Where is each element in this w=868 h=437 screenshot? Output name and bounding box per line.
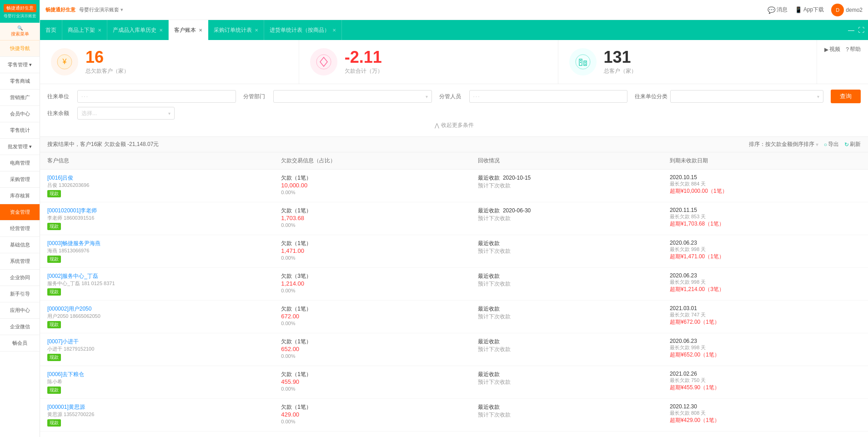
sidebar-item-retail-stats[interactable]: 零售统计 [0, 122, 40, 139]
sidebar-item-enterprise-coop[interactable]: 企业协同 [0, 270, 40, 286]
user-section[interactable]: D demo2 [831, 4, 863, 16]
close-icon[interactable]: ✕ [98, 28, 101, 33]
help-btn[interactable]: ? 帮助 [846, 45, 861, 53]
video-btn[interactable]: ▶ 视频 [824, 45, 840, 53]
customer-name-link[interactable]: [0001020001]李老师 [47, 207, 266, 215]
customer-table: 客户信息 欠款交易信息（占比） 回收情况 到期未收款日期 [0016]吕俊 吕俊… [40, 152, 868, 432]
overdue-over[interactable]: 超期¥455.90（1笔） [670, 384, 861, 392]
tab-label: 客户账本 [174, 26, 196, 34]
customer-cell: [000002]用户2050 用户2050 18665062050 现款 [40, 301, 274, 333]
customer-name-link[interactable]: [0002]服务中心_丁磊 [47, 272, 266, 280]
sidebar-search[interactable]: 🔍 搜索菜单 [0, 23, 40, 40]
close-icon[interactable]: ✕ [332, 28, 336, 33]
overdue-over[interactable]: 超期¥429.00（1笔） [670, 417, 861, 424]
next-label: 预计下次收款 [478, 280, 655, 288]
filter-area: 往来单位 ··· 分管部门 ▾ [40, 84, 868, 137]
sidebar-item-label: 企业微信 [2, 323, 38, 330]
overdue-over[interactable]: 超期¥652.00（1笔） [670, 351, 861, 359]
sidebar-item-new-guide[interactable]: 新手引导 [0, 286, 40, 302]
max-overdue-days: 最长欠款 998 天 [670, 344, 861, 351]
overdue-over[interactable]: 超期¥672.00（1笔） [670, 318, 861, 326]
sidebar-item-retail-mgmt[interactable]: 零售管理 ▾ [0, 57, 40, 73]
overdue-over[interactable]: 超期¥10,000.00（1笔） [670, 187, 861, 195]
sidebar-item-ecommerce[interactable]: 电商管理 [0, 155, 40, 171]
overdue-over[interactable]: 超期¥1,471.00（1笔） [670, 253, 861, 261]
sidebar-item-retail-mall[interactable]: 零售商城 [0, 73, 40, 90]
close-icon[interactable]: ✕ [255, 28, 258, 33]
tab-more-btn[interactable]: — [848, 26, 854, 34]
vendor-input[interactable]: ··· [77, 90, 236, 103]
search-button[interactable]: 查询 [831, 90, 861, 103]
sidebar-item-label: 营销推广 [2, 94, 38, 101]
help-icon: ? [846, 46, 849, 53]
table-container: 客户信息 欠款交易信息（占比） 回收情况 到期未收款日期 [0016]吕俊 吕俊… [40, 152, 868, 437]
sort-arrow-icon: ▾ [816, 141, 818, 148]
message-btn[interactable]: 💬 消息 [768, 6, 788, 14]
sidebar-item-basic-info[interactable]: 基础信息 [0, 237, 40, 253]
sidebar-item-app-center[interactable]: 应用中心 [0, 302, 40, 319]
close-icon[interactable]: ✕ [159, 28, 163, 33]
tab-purchase-stat[interactable]: 进货单统计表（按商品） ✕ [264, 20, 342, 40]
close-icon[interactable]: ✕ [199, 28, 202, 33]
sidebar-item-inventory[interactable]: 库存核算 [0, 188, 40, 204]
svg-rect-7 [580, 60, 581, 61]
overdue-over[interactable]: 超期¥1,703.68（1笔） [670, 220, 861, 228]
filter-person: 分管人员 ··· [439, 90, 628, 103]
recent-date: 2020-06-30 [503, 207, 531, 214]
customer-name-link[interactable]: [0006]去下粮仓 [47, 371, 266, 378]
customer-name-link[interactable]: [000002]用户2050 [47, 305, 266, 313]
tab-customer-account[interactable]: 客户账本 ✕ [169, 20, 208, 40]
customer-name-link[interactable]: [0016]吕俊 [47, 174, 266, 182]
customer-name-link[interactable]: [0003]畅捷服务尹海燕 [47, 240, 266, 247]
next-label: 预计下次收款 [478, 215, 655, 222]
sidebar-item-quick-nav[interactable]: 快捷导航 [0, 40, 40, 57]
sidebar-item-purchase[interactable]: 采购管理 [0, 171, 40, 188]
export-btn[interactable]: ○ 导出 [824, 141, 839, 148]
category-arrow-icon: ▾ [817, 94, 819, 99]
refresh-btn[interactable]: ↻ 刷新 [844, 141, 861, 148]
overdue-date: 2020.12.30 [670, 403, 861, 410]
max-overdue-days: 最长欠款 998 天 [670, 279, 861, 286]
sidebar-item-member[interactable]: 会员中心 [0, 106, 40, 122]
customer-name-link[interactable]: [000001]黄思源 [47, 403, 266, 411]
sidebar-item-system[interactable]: 系统管理 [0, 253, 40, 270]
table-row: [0016]吕俊 吕俊 13026203696 现款 欠款（1笔） 10,000… [40, 170, 868, 202]
tab-fullscreen-btn[interactable]: ⛶ [858, 26, 864, 34]
tab-label: 商品上下架 [68, 26, 95, 34]
sort-label[interactable]: 排序：按欠款金额倒序排序 ▾ [749, 141, 818, 148]
diamond-icon [316, 54, 332, 70]
sidebar-item-operations[interactable]: 经营管理 [0, 221, 40, 237]
filter-row-1: 往来单位 ··· 分管部门 ▾ [47, 90, 861, 103]
overdue-over[interactable]: 超期¥1,214.00（3笔） [670, 286, 861, 293]
sidebar-item-vip[interactable]: 畅会员 [0, 335, 40, 352]
person-dots: ··· [473, 93, 481, 100]
app-download-btn[interactable]: 📱 App下载 [795, 6, 824, 14]
sidebar-item-enterprise-wechat[interactable]: 企业微信 [0, 319, 40, 335]
sidebar-nav: 零售管理 ▾ 零售商城 营销推广 会员中心 零售统计 批发管理 ▾ 电商管理 采… [0, 57, 40, 437]
collapse-button[interactable]: ⋀ 收起更多条件 [435, 121, 474, 129]
overdue-cell: 欠款（1笔） 1,471.00 0.00% [274, 235, 471, 268]
sidebar-item-finance[interactable]: 资金管理 [0, 204, 40, 221]
results-bar: 搜索结果中，客户16家 欠款金额 -21,148.07元 排序：按欠款金额倒序排… [40, 137, 868, 152]
sidebar-item-label: 电商管理 [2, 160, 38, 166]
tab-products-off[interactable]: 商品上下架 ✕ [62, 20, 107, 40]
overdue-amount: 672.00 [281, 313, 463, 320]
category-select[interactable]: ▾ [670, 90, 823, 103]
filter-dept: 分管部门 ▾ [243, 90, 432, 103]
sidebar-item-marketing[interactable]: 营销推广 [0, 90, 40, 106]
collection-cell: 最近收款 预计下次收款 [471, 301, 662, 333]
customer-name-link[interactable]: [0007]小进干 [47, 338, 266, 346]
person-input[interactable]: ··· [469, 90, 628, 103]
balance-select[interactable]: 选择... ▾ [77, 107, 175, 120]
overdue-amount-number: -2.11 [345, 49, 383, 65]
tab-purchase-order[interactable]: 采购订单统计表 ✕ [208, 20, 264, 40]
subtitle-dropdown-icon[interactable]: ▾ [120, 7, 123, 13]
recent-label: 最近收款 [478, 371, 655, 378]
customer-phone: 用户2050 18665062050 [47, 313, 266, 320]
tab-production-history[interactable]: 产成品入库单历史 ✕ [107, 20, 169, 40]
overdue-date: 2021.02.26 [670, 371, 861, 377]
tab-home[interactable]: 首页 [40, 20, 62, 40]
overdue-date-cell: 2021.03.01 最长欠款 747 天 超期¥672.00（1笔） [662, 301, 868, 333]
sidebar-item-batch-mgmt[interactable]: 批发管理 ▾ [0, 139, 40, 155]
dept-select[interactable]: ▾ [273, 90, 432, 103]
